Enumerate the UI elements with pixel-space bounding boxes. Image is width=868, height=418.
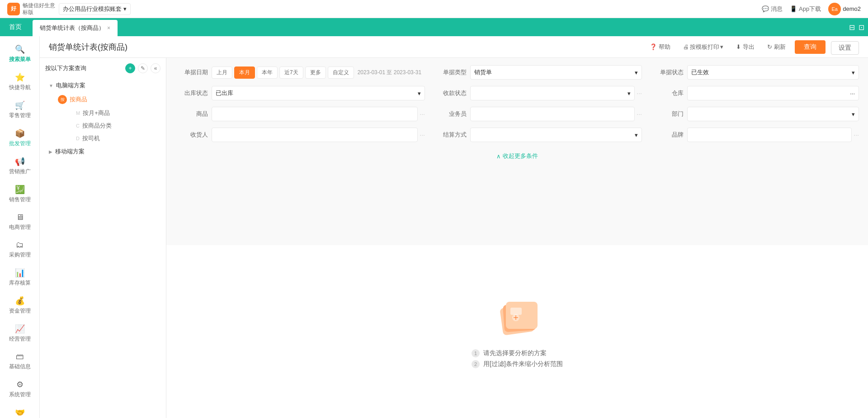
- date-custom[interactable]: 自定义: [328, 66, 354, 79]
- sidebar-item-system[interactable]: ⚙ 系统管理: [0, 375, 39, 403]
- tree-by-product[interactable]: 按 按商品: [54, 92, 160, 107]
- warehouse-select[interactable]: ···: [687, 86, 859, 100]
- help-button[interactable]: ❓ 帮助: [646, 41, 674, 53]
- message-button[interactable]: 💬 消息: [762, 5, 783, 13]
- doc-status-control: 已生效 ▾: [687, 65, 859, 80]
- receiver-control: ···: [212, 128, 425, 142]
- hint-num-2: 2: [472, 360, 480, 368]
- date-more[interactable]: 更多: [305, 66, 326, 79]
- sidebar-item-wholesale[interactable]: 📦 批发管理: [0, 124, 39, 152]
- tab-bar-actions: ⊟ ⊡: [849, 18, 868, 36]
- tree-by-product-category[interactable]: C 按商品分类: [72, 119, 160, 132]
- content-area: 销货单统计表(按商品) ❓ 帮助 🖨 按模板打印 ▾ ⬇ 导出 ↻ 刷新: [40, 36, 868, 418]
- sidebar: 🔍 搜索菜单 ⭐ 快捷导航 🛒 零售管理 📦 批发管理 📢 营销推广 💹 销售管…: [0, 36, 40, 418]
- filter-doc-status: 单据状态 已生效 ▾: [651, 65, 859, 80]
- product-dots[interactable]: ···: [420, 110, 425, 118]
- warehouse-status-chevron-icon: ▾: [418, 90, 421, 97]
- sidebar-item-procurement[interactable]: 🗂 采购管理: [0, 236, 39, 263]
- tab-active[interactable]: 销货单统计表（按商品） ×: [33, 20, 118, 36]
- date-last-7days[interactable]: 近7天: [279, 66, 303, 79]
- receipt-dots[interactable]: ···: [637, 90, 642, 97]
- tree-by-month-product[interactable]: M 按月+商品: [72, 107, 160, 119]
- settlement-select[interactable]: ▾: [470, 128, 642, 142]
- add-scheme-button[interactable]: +: [125, 63, 135, 73]
- doc-type-label: 单据类型: [434, 68, 470, 76]
- tree-pc-children: 按 按商品 M 按月+商品 C 按商品分类 D: [45, 92, 160, 145]
- salesperson-dots[interactable]: ···: [637, 110, 642, 118]
- refresh-button[interactable]: ↻ 刷新: [764, 41, 789, 53]
- tree-by-cashier[interactable]: D 按司机: [72, 132, 160, 145]
- sidebar-item-marketing[interactable]: 📢 营销推广: [0, 152, 39, 180]
- doc-type-select[interactable]: 销货单 ▾: [470, 65, 642, 80]
- close-icon[interactable]: ×: [107, 25, 110, 31]
- sidebar-item-quick-nav[interactable]: ⭐ 快捷导航: [0, 68, 39, 96]
- settlement-control: ▾: [470, 128, 642, 142]
- empty-hint-1: 1 请先选择要分析的方案: [472, 349, 563, 357]
- date-current-year[interactable]: 本年: [257, 66, 278, 79]
- tab-maximize-button[interactable]: ⊡: [859, 23, 864, 32]
- receipt-status-control: ▾ ···: [470, 86, 642, 100]
- collapse-bar[interactable]: ∧ 收起更多条件: [175, 148, 859, 164]
- settings-button[interactable]: 设置: [831, 41, 859, 55]
- receiver-dots[interactable]: ···: [420, 131, 425, 138]
- brand-select[interactable]: [687, 128, 852, 142]
- app-download-button[interactable]: 📱 App下载: [790, 5, 821, 13]
- left-panel-header: 按以下方案查询 + ✎ «: [45, 63, 160, 73]
- sidebar-item-sales[interactable]: 💹 销售管理: [0, 180, 39, 208]
- star-icon: ⭐: [15, 72, 25, 82]
- date-range-display: 2023-03-01 至 2023-03-31: [358, 69, 421, 76]
- tree-pc-section[interactable]: ▼ 电脑端方案: [45, 79, 160, 92]
- tree-mobile-section[interactable]: ▶ 移动端方案: [45, 145, 160, 158]
- receipt-status-label: 收款状态: [434, 89, 470, 97]
- template-print-button[interactable]: 🖨 按模板打印 ▾: [679, 41, 727, 53]
- receipt-chevron-icon: ▾: [627, 90, 631, 97]
- edit-scheme-button[interactable]: ✎: [138, 63, 148, 73]
- sidebar-item-inventory[interactable]: 📊 库存核算: [0, 263, 39, 291]
- receipt-status-select[interactable]: ▾: [470, 86, 635, 100]
- sidebar-item-search-menu[interactable]: 🔍 搜索菜单: [0, 40, 39, 68]
- brand-control: ···: [687, 128, 859, 142]
- sidebar-item-operations[interactable]: 📈 经营管理: [0, 319, 39, 347]
- receiver-select[interactable]: [212, 128, 418, 142]
- date-last-month[interactable]: 上月: [212, 66, 232, 79]
- sidebar-item-finance[interactable]: 💰 资金管理: [0, 291, 39, 319]
- department-chevron-icon: ▾: [852, 111, 855, 118]
- folder-icon: 🗂: [16, 240, 24, 250]
- filter-warehouse-status: 出库状态 已出库 ▾: [175, 86, 425, 100]
- product-select[interactable]: [212, 107, 418, 121]
- date-current-month[interactable]: 本月: [234, 66, 255, 79]
- collapse-panel-button[interactable]: «: [151, 63, 160, 73]
- brand-dots[interactable]: ···: [854, 131, 859, 138]
- tab-bar-spacer: [118, 18, 849, 36]
- sidebar-item-ecommerce[interactable]: 🖥 电商管理: [0, 208, 39, 236]
- print-icon: 🖨: [683, 43, 689, 50]
- box-icon: 📦: [15, 128, 25, 138]
- logo-area: 好 畅捷信好生意 标版: [7, 2, 55, 15]
- svg-rect-2: [506, 302, 538, 329]
- doc-status-select[interactable]: 已生效 ▾: [687, 65, 859, 80]
- sidebar-item-basic[interactable]: 🗃 基础信息: [0, 347, 39, 375]
- user-menu[interactable]: Ea demo2: [828, 3, 861, 15]
- filter-row-2: 出库状态 已出库 ▾ 收款状态: [175, 86, 859, 100]
- warehouse-status-select[interactable]: 已出库 ▾: [212, 86, 425, 100]
- salesperson-select[interactable]: [470, 107, 635, 121]
- sidebar-item-cooperation[interactable]: 🤝 企业协同: [0, 403, 39, 418]
- export-button[interactable]: ⬇ 导出: [732, 41, 758, 53]
- cabinet-icon: 🗃: [16, 352, 24, 361]
- sidebar-item-retail[interactable]: 🛒 零售管理: [0, 96, 39, 124]
- doc-status-chevron-icon: ▾: [852, 69, 855, 76]
- page-title: 销货单统计表(按商品): [49, 42, 127, 52]
- app-selector[interactable]: 办公用品行业模拟账套 ▾: [59, 3, 131, 15]
- tab-home[interactable]: 首页: [0, 18, 31, 36]
- empty-illustration: [495, 295, 540, 340]
- page-header: 销货单统计表(按商品) ❓ 帮助 🖨 按模板打印 ▾ ⬇ 导出 ↻ 刷新: [40, 36, 868, 58]
- query-button[interactable]: 查询: [795, 40, 826, 54]
- receiver-label: 收货人: [175, 131, 212, 139]
- warehouse-dots: ···: [850, 90, 855, 97]
- speaker-icon: 📢: [15, 157, 25, 166]
- inner-layout: 按以下方案查询 + ✎ « ▼ 电脑端方案 按 按商品: [40, 58, 868, 418]
- department-control: ▾: [687, 107, 859, 121]
- department-select[interactable]: ▾: [687, 107, 859, 121]
- tab-close-window-button[interactable]: ⊟: [849, 23, 855, 32]
- right-area: 单据日期 上月 本月 本年 近7天 更多 自定义 2023-03-01 至 20…: [166, 58, 868, 418]
